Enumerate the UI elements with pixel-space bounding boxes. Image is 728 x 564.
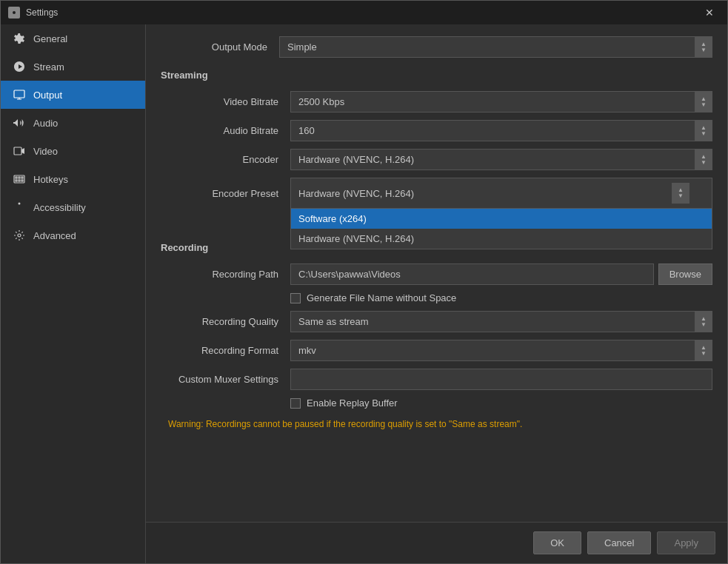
sidebar-item-hotkeys[interactable]: Hotkeys <box>1 165 145 193</box>
recording-format-row: Recording Format mkv mp4 flv ts m3u8 ▲ <box>161 340 712 361</box>
custom-muxer-label: Custom Muxer Settings <box>161 374 290 385</box>
titlebar: Settings ✕ <box>1 1 727 24</box>
window-title: Settings <box>26 7 58 18</box>
generate-filename-checkbox[interactable] <box>290 293 301 303</box>
svg-rect-6 <box>19 177 20 178</box>
replay-buffer-checkbox[interactable] <box>290 398 301 409</box>
sidebar-label-video: Video <box>33 146 58 157</box>
generate-filename-label: Generate File Name without Space <box>307 292 456 303</box>
svg-rect-10 <box>21 180 23 181</box>
sidebar-label-hotkeys: Hotkeys <box>33 174 68 185</box>
sidebar-item-video[interactable]: Video <box>1 137 145 165</box>
video-bitrate-wrapper: ▲ ▼ <box>290 91 712 113</box>
svg-rect-7 <box>21 177 23 178</box>
sidebar-item-accessibility[interactable]: Accessibility <box>1 193 145 221</box>
encoder-select[interactable]: Hardware (NVENC, H.264) Software (x264) <box>290 149 712 170</box>
gear-icon <box>13 32 26 45</box>
audio-bitrate-row: Audio Bitrate ▲ ▼ <box>161 120 712 141</box>
recording-format-wrapper: mkv mp4 flv ts m3u8 ▲ ▼ <box>290 340 712 361</box>
titlebar-left: Settings <box>8 7 58 19</box>
sidebar-item-output[interactable]: Output <box>1 81 145 109</box>
encoder-wrapper: Hardware (NVENC, H.264) Software (x264) … <box>290 149 712 170</box>
recording-quality-row: Recording Quality Same as stream High Qu… <box>161 311 712 332</box>
footer: OK Cancel Apply <box>146 522 727 563</box>
generate-filename-row: Generate File Name without Space <box>290 292 712 303</box>
svg-rect-5 <box>16 177 17 178</box>
replay-buffer-label: Enable Replay Buffer <box>307 397 398 409</box>
svg-point-1 <box>13 11 16 14</box>
cancel-button[interactable]: Cancel <box>587 531 651 554</box>
recording-warning: Warning: Recordings cannot be paused if … <box>168 419 712 429</box>
encoder-preset-selected[interactable]: Hardware (NVENC, H.264) ▲ ▼ <box>291 178 712 208</box>
recording-path-label: Recording Path <box>161 269 290 280</box>
streaming-section: Streaming Video Bitrate ▲ ▼ <box>161 70 712 227</box>
custom-muxer-row: Custom Muxer Settings <box>161 369 712 390</box>
ok-button[interactable]: OK <box>533 531 581 554</box>
encoder-preset-list: Software (x264) Hardware (NVENC, H.264) <box>290 209 712 249</box>
output-icon <box>13 88 26 101</box>
sidebar-label-audio: Audio <box>33 118 58 129</box>
audio-bitrate-wrapper: ▲ ▼ <box>290 120 712 141</box>
stream-icon <box>13 60 26 73</box>
streaming-section-header: Streaming <box>161 70 712 81</box>
video-icon <box>13 144 26 158</box>
encoder-preset-row: Encoder Preset Hardware (NVENC, H.264) ▲… <box>161 178 712 209</box>
advanced-icon <box>13 229 26 242</box>
video-bitrate-label: Video Bitrate <box>161 96 290 107</box>
accessibility-icon <box>13 201 26 214</box>
recording-section: Recording Recording Path Browse Generate… <box>161 242 712 429</box>
sidebar-label-accessibility: Accessibility <box>33 202 86 213</box>
hotkeys-icon <box>13 172 26 186</box>
recording-quality-wrapper: Same as stream High Quality, Medium File… <box>290 311 712 332</box>
recording-format-select[interactable]: mkv mp4 flv ts m3u8 <box>290 340 712 361</box>
video-bitrate-row: Video Bitrate ▲ ▼ <box>161 91 712 113</box>
custom-muxer-input[interactable] <box>290 369 712 390</box>
main-content: Output Mode Simple Advanced ▲ ▼ <box>146 24 727 522</box>
output-mode-select-wrapper: Simple Advanced ▲ ▼ <box>279 36 712 58</box>
svg-point-11 <box>19 203 21 205</box>
video-bitrate-input[interactable] <box>290 91 712 113</box>
sidebar-item-audio[interactable]: Audio <box>1 109 145 137</box>
sidebar-label-output: Output <box>33 90 62 101</box>
output-mode-row: Output Mode Simple Advanced ▲ ▼ <box>161 36 712 58</box>
close-button[interactable]: ✕ <box>699 2 720 23</box>
output-mode-label: Output Mode <box>161 41 279 53</box>
sidebar: General Stream Output <box>1 24 146 563</box>
app-icon <box>8 7 20 19</box>
recording-format-label: Recording Format <box>161 345 290 356</box>
encoder-preset-option-hardware[interactable]: Hardware (NVENC, H.264) <box>291 229 712 249</box>
encoder-label: Encoder <box>161 154 290 165</box>
recording-path-row: Recording Path Browse <box>161 263 712 285</box>
sidebar-label-general: General <box>33 33 67 44</box>
apply-button[interactable]: Apply <box>657 531 715 554</box>
encoder-preset-arrows: ▲ ▼ <box>672 183 689 204</box>
sidebar-label-stream: Stream <box>33 61 64 73</box>
svg-rect-8 <box>16 180 17 181</box>
encoder-preset-dropdown[interactable]: Hardware (NVENC, H.264) ▲ ▼ Software (x2… <box>290 178 712 209</box>
main-panel: Output Mode Simple Advanced ▲ ▼ <box>146 24 727 563</box>
recording-path-input[interactable] <box>290 263 654 285</box>
browse-button[interactable]: Browse <box>658 263 712 285</box>
recording-quality-select[interactable]: Same as stream High Quality, Medium File… <box>290 311 712 332</box>
encoder-preset-option-software[interactable]: Software (x264) <box>291 209 712 229</box>
sidebar-item-stream[interactable]: Stream <box>1 53 145 81</box>
recording-quality-label: Recording Quality <box>161 316 290 327</box>
svg-rect-2 <box>14 90 24 98</box>
replay-buffer-row: Enable Replay Buffer <box>290 397 712 409</box>
audio-icon <box>13 116 26 130</box>
svg-rect-3 <box>14 147 21 155</box>
encoder-preset-open: Hardware (NVENC, H.264) ▲ ▼ Software (x2… <box>290 178 712 209</box>
main-layout: General Stream Output <box>1 24 727 563</box>
output-mode-select[interactable]: Simple Advanced <box>279 36 712 58</box>
settings-window: Settings ✕ General <box>0 0 728 564</box>
audio-bitrate-input[interactable] <box>290 120 712 141</box>
encoder-row: Encoder Hardware (NVENC, H.264) Software… <box>161 149 712 170</box>
svg-rect-9 <box>19 180 20 181</box>
sidebar-label-advanced: Advanced <box>33 230 76 241</box>
sidebar-item-general[interactable]: General <box>1 24 145 53</box>
svg-point-12 <box>18 234 21 237</box>
encoder-preset-label: Encoder Preset <box>161 188 290 199</box>
sidebar-item-advanced[interactable]: Advanced <box>1 221 145 249</box>
audio-bitrate-label: Audio Bitrate <box>161 125 290 136</box>
